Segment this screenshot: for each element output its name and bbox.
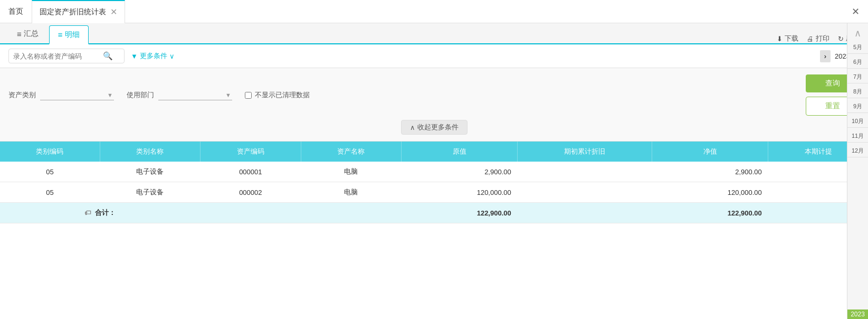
sidebar-month-7[interactable]: 7月 [847,71,868,83]
sidebar-month-8[interactable]: 8月 [847,86,868,98]
col-period-begin-accum-depr: 期初累计折旧 [518,142,652,162]
cell-asset-name-0: 电脑 [301,162,401,182]
summary-icon: ≡ [17,30,22,39]
cell-net-value-1: 120,000.00 [652,182,768,203]
total-net-value: 122,900.00 [652,203,768,223]
more-conditions-arrow: ∨ [169,52,175,60]
download-icon: ⬇ [777,35,783,43]
tab-close-icon[interactable]: ✕ [110,7,117,17]
download-button[interactable]: ⬇ 下载 [777,34,798,43]
advanced-filter: 资产类别 ▼ 使用部门 ▼ 不显示已清理数据 查询 重置 [0,68,868,142]
collapse-label: 收起更多条件 [417,123,459,132]
cell-asset-code-0: 000001 [201,162,301,182]
tab-detail-label: 明细 [65,30,80,40]
sidebar-month-10[interactable]: 10月 [847,115,868,128]
cell-category-name-0: 电子设备 [100,162,200,182]
filter-row: 资产类别 ▼ 使用部门 ▼ 不显示已清理数据 查询 重置 [8,74,860,116]
table-header-row: 类别编码 类别名称 资产编码 资产名称 原值 期初累计折旧 净值 本期计提 [0,142,868,162]
col-original-value: 原值 [401,142,517,162]
hide-cleared-checkbox[interactable] [245,92,252,99]
asset-table: 类别编码 类别名称 资产编码 资产名称 原值 期初累计折旧 净值 本期计提 05… [0,142,868,223]
sidebar-month-9[interactable]: 9月 [847,100,868,113]
refresh-icon: ↻ [838,35,844,43]
table-row: 05 电子设备 000001 电脑 2,900.00 2,900.00 [0,162,868,182]
collapse-bar: ∧ 收起更多条件 [8,120,860,135]
cell-category-name-1: 电子设备 [100,182,200,203]
hide-cleared-label: 不显示已清理数据 [255,90,310,100]
tab-detail[interactable]: ≡ 明细 [49,25,89,44]
right-sidebar: ∧ 5月 6月 7月 8月 9月 10月 11月 12月 2023 [847,23,868,319]
search-icon[interactable]: 🔍 [103,51,113,61]
table-row: 05 电子设备 000002 电脑 120,000.00 120,000.00 [0,182,868,203]
asset-category-select[interactable] [40,90,114,100]
cell-original-value-1: 120,000.00 [401,182,517,203]
asset-category-filter: 资产类别 ▼ [8,90,114,100]
active-tab[interactable]: 固定资产折旧统计表 ✕ [32,0,125,23]
col-category-code: 类别编码 [0,142,100,162]
table-container: 类别编码 类别名称 资产编码 资产名称 原值 期初累计折旧 净值 本期计提 05… [0,142,868,319]
filter-bar: 🔍 ▼ 更多条件 ∨ › 2023.01 [0,44,868,68]
tab-bar: ≡ 汇总 ≡ 明细 ⬇ 下载 🖨 打印 ↻ 刷新 [0,23,868,44]
department-label: 使用部门 [127,90,154,100]
cell-period-begin-accum-depr-1 [518,182,652,203]
window-close-icon[interactable]: ✕ [852,6,860,17]
tab-summary-label: 汇总 [24,29,39,39]
sidebar-scroll-up[interactable]: ∧ [854,27,861,39]
print-button[interactable]: 🖨 打印 [807,34,829,43]
total-original-value: 122,900.00 [401,203,517,223]
asset-category-label: 资产类别 [8,90,36,100]
sidebar-month-11[interactable]: 11月 [847,130,868,143]
detail-icon: ≡ [58,30,63,39]
total-asset-name [301,203,401,223]
cell-net-value-0: 2,900.00 [652,162,768,182]
search-wrap: 🔍 [8,49,125,63]
more-conditions-button[interactable]: ▼ 更多条件 ∨ [131,51,175,61]
download-label: 下载 [785,34,798,43]
more-conditions-label: 更多条件 [140,51,167,61]
cell-period-begin-accum-depr-0 [518,162,652,182]
print-label: 打印 [816,34,829,43]
expand-button[interactable]: › [820,50,831,62]
department-filter: 使用部门 ▼ [127,90,232,100]
total-asset-code [201,203,301,223]
col-category-name: 类别名称 [100,142,200,162]
cell-asset-code-1: 000002 [201,182,301,203]
total-row: 🏷 合计： 122,900.00 122,900.00 [0,203,868,223]
top-nav: 首页 固定资产折旧统计表 ✕ ✕ [0,0,868,23]
cell-category-code-1: 05 [0,182,100,203]
total-period-begin-accum-depr [518,203,652,223]
total-label-cell: 🏷 合计： [0,203,201,223]
hide-cleared-data-item: 不显示已清理数据 [245,90,310,100]
asset-category-select-wrap: ▼ [40,90,114,100]
sidebar-month-12[interactable]: 12月 [847,145,868,157]
col-net-value: 净值 [652,142,768,162]
tab-summary[interactable]: ≡ 汇总 [8,24,47,43]
total-label: 合计： [95,209,116,217]
department-select[interactable] [158,90,232,100]
search-input[interactable] [13,52,103,60]
col-asset-name: 资产名称 [301,142,401,162]
department-select-wrap: ▼ [158,90,232,100]
cell-original-value-0: 2,900.00 [401,162,517,182]
print-icon: 🖨 [807,35,814,43]
filter-icon: ▼ [131,52,138,60]
year-badge[interactable]: 2023 [847,309,868,319]
home-link[interactable]: 首页 [8,7,23,16]
sidebar-month-6[interactable]: 6月 [847,56,868,69]
cell-asset-name-1: 电脑 [301,182,401,203]
cell-category-code-0: 05 [0,162,100,182]
collapse-icon: ∧ [410,124,415,132]
sidebar-month-5[interactable]: 5月 [847,41,868,54]
col-asset-code: 资产编码 [201,142,301,162]
collapse-button[interactable]: ∧ 收起更多条件 [401,120,468,135]
active-tab-label: 固定资产折旧统计表 [40,7,106,17]
total-icon: 🏷 [84,209,91,217]
